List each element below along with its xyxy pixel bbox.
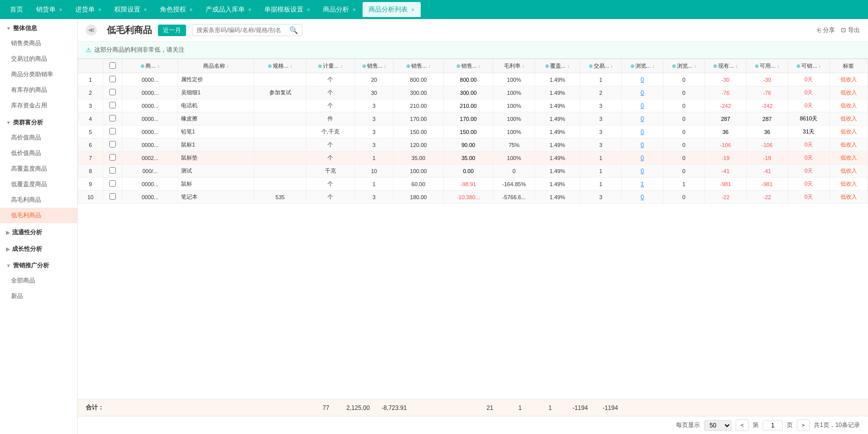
row-checkbox[interactable] bbox=[109, 76, 116, 82]
browse1-link[interactable]: 0 bbox=[641, 128, 644, 135]
per-page-select[interactable]: 50 100 200 bbox=[704, 420, 732, 431]
th-price[interactable]: ⊕销售... ↕ bbox=[394, 59, 444, 73]
cell-checkbox[interactable] bbox=[103, 138, 122, 152]
row-checkbox[interactable] bbox=[109, 180, 116, 187]
th-trade[interactable]: ⊕交易... ↕ bbox=[580, 59, 622, 73]
th-spec[interactable]: ⊕规格... ↕ bbox=[254, 59, 306, 73]
sidebar-item-category-rate[interactable]: 商品分类助销率 bbox=[0, 67, 77, 82]
nav-purchase[interactable]: 进货单 × bbox=[69, 2, 107, 17]
share-icon: ⎗ bbox=[817, 27, 821, 34]
row-checkbox[interactable] bbox=[109, 115, 116, 121]
cell-checkbox[interactable] bbox=[103, 152, 122, 165]
browse1-link[interactable]: 1 bbox=[641, 181, 644, 188]
sidebar-group-circulation[interactable]: ▶ 流通性分析 bbox=[0, 223, 77, 240]
th-cover[interactable]: ⊕覆盖... ↕ bbox=[535, 59, 580, 73]
nav-analysis-list[interactable]: 商品分析列表 × bbox=[363, 2, 420, 17]
export-button[interactable]: ⊡ 导出 bbox=[841, 26, 860, 35]
cell-checkbox[interactable] bbox=[103, 112, 122, 125]
sidebar-item-all-products[interactable]: 全部商品 bbox=[0, 273, 77, 288]
cell-code: 0000... bbox=[122, 112, 178, 125]
th-browse1[interactable]: ⊕浏览... ↕ bbox=[621, 59, 663, 73]
select-all-checkbox[interactable] bbox=[109, 62, 116, 69]
sidebar-item-high-value[interactable]: 高价值商品 bbox=[0, 130, 77, 146]
cell-sales: 170.00 bbox=[443, 112, 493, 125]
th-qty[interactable]: ⊕销售... ↕ bbox=[355, 59, 393, 73]
sidebar-item-capital[interactable]: 库存资金占用 bbox=[0, 98, 77, 113]
cell-checkbox[interactable] bbox=[103, 178, 122, 191]
row-checkbox[interactable] bbox=[109, 141, 116, 148]
browse1-link[interactable]: 0 bbox=[641, 76, 644, 83]
sidebar-item-low-margin[interactable]: 低毛利商品 bbox=[0, 208, 77, 223]
th-checkbox[interactable] bbox=[103, 59, 122, 73]
nav-close-analysis-list[interactable]: × bbox=[411, 7, 414, 13]
nav-close-product-analysis[interactable]: × bbox=[353, 7, 356, 13]
th-product-code[interactable]: ⊕商... ↕ bbox=[122, 59, 178, 73]
nav-permissions[interactable]: 权限设置 × bbox=[108, 2, 153, 17]
row-checkbox[interactable] bbox=[109, 193, 116, 200]
browse1-link[interactable]: 0 bbox=[641, 89, 644, 96]
cell-qty: 3 bbox=[355, 99, 393, 112]
next-page-button[interactable]: ＞ bbox=[797, 419, 810, 431]
sidebar-group-growth[interactable]: ▶ 成长性分析 bbox=[0, 240, 77, 256]
th-sale-days[interactable]: ⊕可销... ↕ bbox=[788, 59, 829, 73]
th-product-name[interactable]: 商品名称 ↕ bbox=[178, 59, 254, 73]
th-avail-stock[interactable]: ⊕可用... ↕ bbox=[746, 59, 788, 73]
sidebar-item-high-margin[interactable]: 高毛利商品 bbox=[0, 192, 77, 208]
browse1-link[interactable]: 0 bbox=[641, 141, 644, 149]
nav-close-sales[interactable]: × bbox=[59, 7, 62, 13]
row-checkbox[interactable] bbox=[109, 128, 116, 134]
sidebar-group-overall[interactable]: ▼ 整体信息 bbox=[0, 19, 77, 36]
sidebar-group-cluster[interactable]: ▼ 类群富分析 bbox=[0, 113, 77, 130]
nav-close-permissions[interactable]: × bbox=[144, 7, 147, 13]
share-button[interactable]: ⎗ 分享 bbox=[817, 26, 835, 35]
row-checkbox[interactable] bbox=[109, 167, 116, 174]
sidebar-item-stocked-products[interactable]: 有库存的商品 bbox=[0, 82, 77, 98]
cell-checkbox[interactable] bbox=[103, 73, 122, 86]
period-button[interactable]: 近一月 bbox=[158, 25, 186, 36]
nav-home[interactable]: 首页 bbox=[4, 2, 29, 17]
row-checkbox[interactable] bbox=[109, 154, 116, 161]
browse1-link[interactable]: 0 bbox=[641, 194, 644, 201]
browse1-link[interactable]: 0 bbox=[641, 155, 644, 162]
collapse-sidebar-button[interactable]: ≪ bbox=[86, 25, 97, 36]
sidebar-item-high-coverage[interactable]: 高覆盖度商品 bbox=[0, 161, 77, 177]
nav-close-roles[interactable]: × bbox=[190, 7, 193, 13]
cell-checkbox[interactable] bbox=[103, 125, 122, 138]
th-unit[interactable]: ⊕计量... ↕ bbox=[306, 59, 355, 73]
sidebar-group-marketing[interactable]: ▼ 营销推广分析 bbox=[0, 256, 77, 273]
prev-page-button[interactable]: ＜ bbox=[736, 419, 749, 431]
nav-roles[interactable]: 角色授权 × bbox=[154, 2, 199, 17]
nav-close-purchase[interactable]: × bbox=[98, 7, 101, 13]
cell-tag: 低收入 bbox=[829, 152, 867, 165]
nav-close-template[interactable]: × bbox=[307, 7, 310, 13]
sidebar-item-low-value[interactable]: 低价值商品 bbox=[0, 146, 77, 161]
nav-product-analysis[interactable]: 商品分析 × bbox=[317, 2, 362, 17]
cell-checkbox[interactable] bbox=[103, 191, 122, 204]
row-checkbox[interactable] bbox=[109, 89, 116, 95]
nav-product-entry[interactable]: 产成品入库单 × bbox=[200, 2, 257, 17]
cell-checkbox[interactable] bbox=[103, 99, 122, 112]
cell-checkbox[interactable] bbox=[103, 165, 122, 178]
sidebar-item-low-coverage[interactable]: 低覆盖度商品 bbox=[0, 177, 77, 192]
search-input[interactable] bbox=[197, 27, 289, 34]
cell-curr-stock: -22 bbox=[705, 191, 746, 204]
row-checkbox[interactable] bbox=[109, 102, 116, 108]
nav-close-product-entry[interactable]: × bbox=[248, 7, 251, 13]
th-curr-stock[interactable]: ⊕现有... ↕ bbox=[705, 59, 746, 73]
th-profit-rate[interactable]: 毛利率 ↕ bbox=[493, 59, 535, 73]
cell-browse1[interactable]: 1 bbox=[621, 178, 663, 191]
table-container[interactable]: ⊕商... ↕ 商品名称 ↕ ⊕规格... ↕ ⊕计量... ↕ ⊕销售... … bbox=[78, 59, 868, 399]
browse1-link[interactable]: 0 bbox=[641, 115, 644, 122]
cell-checkbox[interactable] bbox=[103, 86, 122, 99]
browse1-link[interactable]: 0 bbox=[641, 168, 644, 175]
browse1-link[interactable]: 0 bbox=[641, 102, 644, 109]
th-browse2[interactable]: ⊕浏览... ↕ bbox=[663, 59, 705, 73]
sidebar-item-new-products[interactable]: 新品 bbox=[0, 288, 77, 304]
nav-sales[interactable]: 销货单 × bbox=[30, 2, 68, 17]
th-sales[interactable]: ⊕销售... ↕ bbox=[443, 59, 493, 73]
sidebar-item-traded-products[interactable]: 交易过的商品 bbox=[0, 51, 77, 67]
sidebar-item-sales-products[interactable]: 销售类商品 bbox=[0, 36, 77, 51]
nav-template[interactable]: 单据模板设置 × bbox=[258, 2, 316, 17]
cell-tag: 低收入 bbox=[829, 112, 867, 125]
page-input[interactable] bbox=[763, 420, 783, 430]
